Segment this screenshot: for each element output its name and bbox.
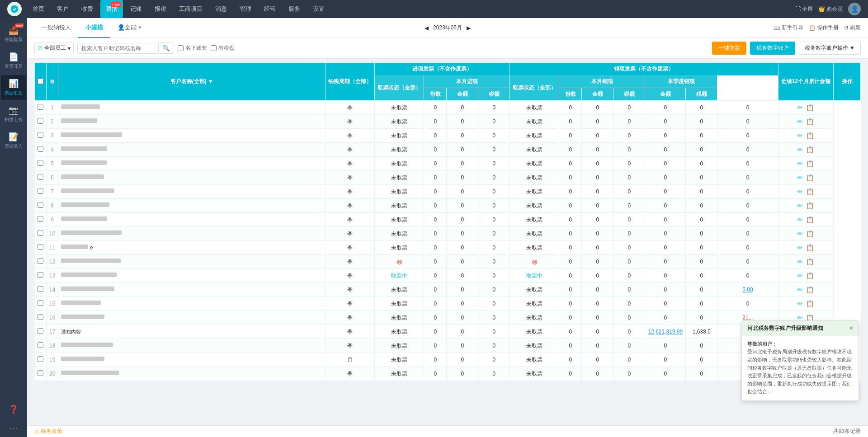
row-check[interactable] xyxy=(38,272,43,278)
nav-invoice[interactable]: 票据 new xyxy=(100,0,123,18)
nav-business[interactable]: 工商项目 xyxy=(174,0,208,18)
copy-btn[interactable]: 📋 xyxy=(805,257,815,266)
copy-btn[interactable]: 📋 xyxy=(805,215,815,224)
nav-home[interactable]: 首页 xyxy=(27,0,50,18)
edit-btn[interactable]: ✏ xyxy=(797,299,804,308)
tax-digital-btn[interactable]: 税务数字账户 xyxy=(750,42,795,55)
edit-btn[interactable]: ✏ xyxy=(797,229,804,238)
guide-btn[interactable]: 📖 新手引导 xyxy=(774,24,803,32)
sidebar-item-entry[interactable]: 📝 票据录入 xyxy=(1,128,26,153)
tab-all[interactable]: 👤 全能 ▾ xyxy=(110,18,149,38)
down-account-checkbox[interactable]: 名下账套 xyxy=(178,44,207,52)
nav-message[interactable]: 消息 xyxy=(210,0,232,18)
row-check[interactable] xyxy=(38,118,43,124)
one-key-btn[interactable]: 一键取票 xyxy=(712,42,746,55)
tax-operation-btn[interactable]: 税务数字账户操作 ▼ xyxy=(799,42,861,55)
row-in-amount: 0 xyxy=(447,115,478,129)
copy-btn[interactable]: 📋 xyxy=(805,271,815,280)
edit-btn[interactable]: ✏ xyxy=(797,271,804,280)
row-check[interactable] xyxy=(38,342,43,348)
nav-settings[interactable]: 设置 xyxy=(307,0,330,18)
copy-btn[interactable]: 📋 xyxy=(805,285,815,294)
user-avatar[interactable]: 👤 xyxy=(848,3,861,15)
edit-btn[interactable]: ✏ xyxy=(797,145,804,154)
sidebar-item-open[interactable]: 📄 发票开具 xyxy=(1,48,26,73)
row-check[interactable] xyxy=(38,230,43,236)
q-amount-value[interactable]: 12,621,319.99 xyxy=(648,329,683,335)
edit-btn[interactable]: ✏ xyxy=(797,173,804,182)
row-out-tax: 0 xyxy=(613,115,645,129)
edit-btn[interactable]: ✏ xyxy=(797,215,804,224)
edit-btn[interactable]: ✏ xyxy=(797,243,804,252)
row-check[interactable] xyxy=(38,300,43,306)
row-check[interactable] xyxy=(38,244,43,250)
tab-general[interactable]: 一般纳税人 xyxy=(34,18,78,38)
app-logo[interactable] xyxy=(7,2,22,16)
edit-btn[interactable]: ✏ xyxy=(797,159,804,168)
copy-btn[interactable]: 📋 xyxy=(805,229,815,238)
copy-btn[interactable]: 📋 xyxy=(805,131,815,140)
nav-fee[interactable]: 收费 xyxy=(76,0,99,18)
search-input[interactable] xyxy=(77,43,159,54)
notification-close-btn[interactable]: × xyxy=(849,324,853,332)
edit-btn[interactable]: ✏ xyxy=(797,103,804,112)
edit-btn[interactable]: ✏ xyxy=(797,257,804,266)
refresh-btn[interactable]: ↺ 刷新 xyxy=(844,24,861,32)
sidebar-item-extra[interactable]: ⋯ xyxy=(1,420,26,437)
rolling-value[interactable]: 5.00 xyxy=(742,287,753,293)
copy-btn[interactable]: 📋 xyxy=(805,159,815,168)
sidebar-item-help[interactable]: ❓ xyxy=(1,401,26,418)
nav-manage[interactable]: 管理 xyxy=(234,0,257,18)
row-check[interactable] xyxy=(38,202,43,208)
edit-btn[interactable]: ✏ xyxy=(797,131,804,140)
row-check[interactable] xyxy=(38,160,43,166)
row-actions: ✏ 📋 xyxy=(778,255,833,269)
nav-operate[interactable]: 经营 xyxy=(259,0,281,18)
copy-btn[interactable]: 📋 xyxy=(805,201,815,210)
row-check[interactable] xyxy=(38,132,43,138)
copy-btn[interactable]: 📋 xyxy=(805,299,815,308)
row-check[interactable] xyxy=(38,104,43,110)
search-button[interactable]: 🔍 xyxy=(159,42,174,54)
tax-disk-checkbox[interactable]: 有税盘 xyxy=(211,44,235,52)
prev-period-btn[interactable]: ◀ xyxy=(425,25,429,31)
tax-disk-check[interactable] xyxy=(211,45,217,51)
nav-service[interactable]: 服务 xyxy=(283,0,306,18)
copy-btn[interactable]: 📋 xyxy=(805,243,815,252)
copy-btn[interactable]: 📋 xyxy=(805,117,815,126)
employee-filter[interactable]: ☑ 全部员工 ▾ xyxy=(34,42,74,54)
sidebar-item-scan[interactable]: 📷 扫描上传 xyxy=(1,102,26,127)
sidebar-item-intelligent[interactable]: 📥 智能取票 new xyxy=(1,22,26,47)
edit-btn[interactable]: ✏ xyxy=(797,201,804,210)
th-outgoing-group: 销项发票（不含作废票） xyxy=(510,63,778,75)
row-check[interactable] xyxy=(38,314,43,320)
down-account-check[interactable] xyxy=(178,45,184,51)
sidebar-item-summary[interactable]: 📊 票据汇总 xyxy=(1,75,26,100)
tax-policy-link[interactable]: ⚠ 税务政策 xyxy=(34,428,62,435)
row-check[interactable] xyxy=(38,328,43,334)
row-check[interactable] xyxy=(38,188,43,194)
fullscreen-btn[interactable]: ⛶ 全屏 xyxy=(795,5,813,13)
row-check[interactable] xyxy=(38,146,43,152)
copy-btn[interactable]: 📋 xyxy=(805,103,815,112)
edit-btn[interactable]: ✏ xyxy=(797,285,804,294)
copy-btn[interactable]: 📋 xyxy=(805,173,815,182)
edit-btn[interactable]: ✏ xyxy=(797,117,804,126)
row-check[interactable] xyxy=(38,370,43,376)
edit-btn[interactable]: ✏ xyxy=(797,187,804,196)
nav-accounting[interactable]: 记账 xyxy=(125,0,147,18)
row-check[interactable] xyxy=(38,174,43,180)
row-check[interactable] xyxy=(38,216,43,222)
tab-small[interactable]: 小规模 xyxy=(78,18,110,38)
nav-tax[interactable]: 报税 xyxy=(149,0,172,18)
next-period-btn[interactable]: ▶ xyxy=(467,25,471,31)
row-check[interactable] xyxy=(38,356,43,362)
copy-btn[interactable]: 📋 xyxy=(805,145,815,154)
member-btn[interactable]: 👑 购会员 xyxy=(818,5,843,13)
row-check[interactable] xyxy=(38,286,43,292)
copy-btn[interactable]: 📋 xyxy=(805,187,815,196)
select-all-checkbox[interactable] xyxy=(38,78,43,84)
manual-btn[interactable]: 📋 操作手册 xyxy=(809,24,839,32)
nav-client[interactable]: 客户 xyxy=(52,0,74,18)
row-check[interactable] xyxy=(38,258,43,264)
